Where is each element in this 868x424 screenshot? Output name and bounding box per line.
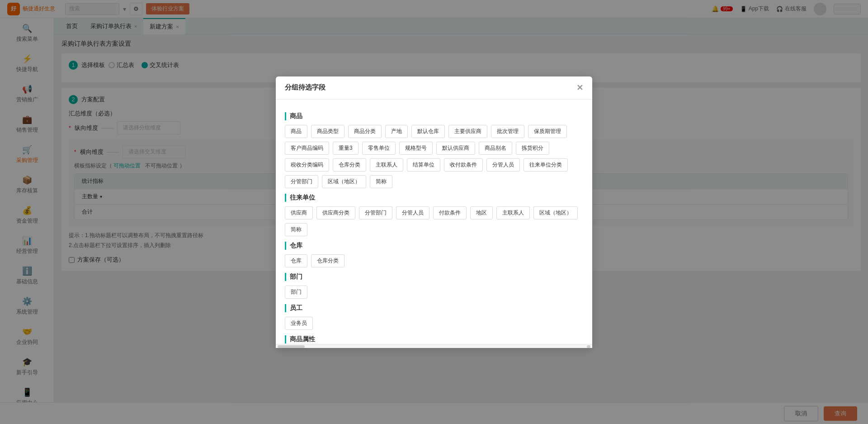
- hscroll-right-thumb: [587, 345, 590, 348]
- modal-title: 分组待选字段: [285, 83, 326, 92]
- field-tag[interactable]: 分管部门: [285, 175, 318, 188]
- section-title-counterpart: 往来单位: [285, 194, 583, 202]
- field-tags-staff: 业务员: [285, 317, 583, 330]
- field-tag[interactable]: 保质期管理: [528, 125, 567, 138]
- field-tag[interactable]: 商品: [285, 125, 307, 138]
- field-tag[interactable]: 规格型号: [399, 142, 433, 155]
- field-tag[interactable]: 仓库: [285, 254, 307, 267]
- section-title-warehouse: 仓库: [285, 242, 583, 250]
- modal-overlay: 分组待选字段 ✕ 商品 商品 商品类型 商品分类 产地 默认仓库 主要供应商 批…: [0, 0, 868, 424]
- field-tag[interactable]: 主要供应商: [448, 125, 487, 138]
- field-tags-dept: 部门: [285, 286, 583, 299]
- field-select-modal: 分组待选字段 ✕ 商品 商品 商品类型 商品分类 产地 默认仓库 主要供应商 批…: [276, 76, 592, 348]
- field-tag[interactable]: 商品别名: [479, 142, 512, 155]
- field-tag[interactable]: 客户商品编码: [285, 142, 329, 155]
- field-tag[interactable]: 零售单位: [362, 142, 396, 155]
- section-title-staff: 员工: [285, 304, 583, 312]
- field-tag[interactable]: 分管人员: [396, 206, 429, 219]
- modal-header: 分组待选字段 ✕: [276, 76, 592, 100]
- field-tag[interactable]: 供应商: [285, 206, 313, 219]
- field-tag[interactable]: 仓库分类: [333, 158, 366, 172]
- modal-close-btn[interactable]: ✕: [576, 83, 583, 93]
- field-tag[interactable]: 批次管理: [491, 125, 524, 138]
- field-tag[interactable]: 往来单位分类: [524, 158, 568, 172]
- field-tag[interactable]: 部门: [285, 286, 307, 299]
- field-tag[interactable]: 地区: [470, 206, 493, 219]
- modal-hscroll[interactable]: [276, 344, 592, 348]
- field-tag[interactable]: 产地: [385, 125, 408, 138]
- hscroll-thumb: [278, 345, 305, 348]
- field-tags-warehouse: 仓库 仓库分类: [285, 254, 583, 267]
- field-tag[interactable]: 默认供应商: [436, 142, 475, 155]
- field-tag[interactable]: 收付款条件: [444, 158, 483, 172]
- field-tag[interactable]: 简称: [285, 223, 307, 236]
- field-tag[interactable]: 业务员: [285, 317, 313, 330]
- field-tags-counterpart: 供应商 供应商分类 分管部门 分管人员 付款条件 地区 主联系人 区域（地区） …: [285, 206, 583, 236]
- field-tag[interactable]: 主联系人: [370, 158, 403, 172]
- field-tag[interactable]: 分管部门: [359, 206, 392, 219]
- field-tag[interactable]: 供应商分类: [316, 206, 355, 219]
- field-tag[interactable]: 拣货积分: [516, 142, 549, 155]
- field-tag[interactable]: 主联系人: [496, 206, 530, 219]
- field-tag[interactable]: 重量3: [333, 142, 359, 155]
- field-tags-goods: 商品 商品类型 商品分类 产地 默认仓库 主要供应商 批次管理 保质期管理 客户…: [285, 125, 583, 188]
- section-title-dept: 部门: [285, 273, 583, 281]
- field-tag[interactable]: 商品分类: [348, 125, 382, 138]
- field-tag[interactable]: 商品类型: [311, 125, 344, 138]
- field-tag[interactable]: 默认仓库: [411, 125, 445, 138]
- field-tag[interactable]: 区域（地区）: [533, 206, 578, 219]
- field-tag[interactable]: 仓库分类: [311, 254, 344, 267]
- field-tag[interactable]: 税收分类编码: [285, 158, 329, 172]
- field-tag[interactable]: 区域（地区）: [322, 175, 366, 188]
- field-tag[interactable]: 简称: [370, 175, 392, 188]
- field-tag[interactable]: 付款条件: [433, 206, 467, 219]
- section-title-attrs: 商品属性: [285, 335, 583, 343]
- field-tag[interactable]: 分管人员: [486, 158, 520, 172]
- modal-body: 商品 商品 商品类型 商品分类 产地 默认仓库 主要供应商 批次管理 保质期管理…: [276, 100, 592, 344]
- field-tag[interactable]: 结算单位: [407, 158, 440, 172]
- section-title-goods: 商品: [285, 112, 583, 120]
